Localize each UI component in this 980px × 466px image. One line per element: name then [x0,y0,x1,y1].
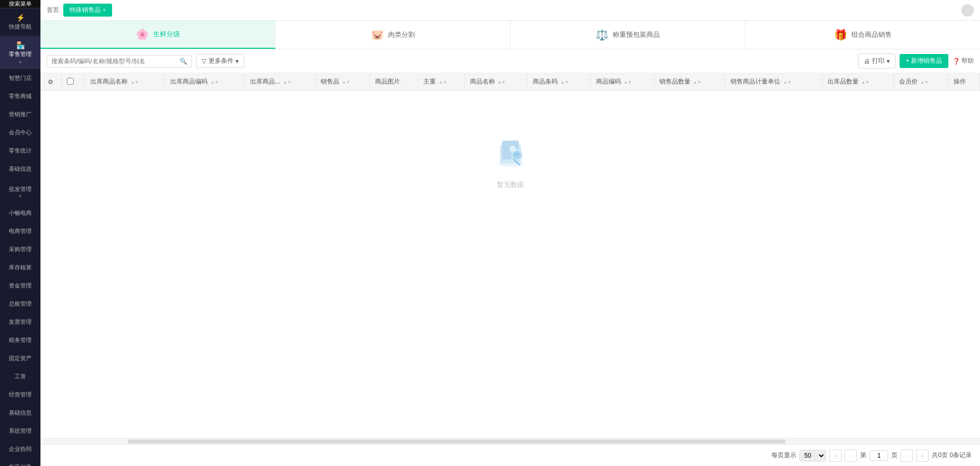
tab-weight-prepack-label: 称重预包装商品 [613,30,660,39]
search-input[interactable] [51,58,177,65]
tab-weight-prepack[interactable]: ⚖️ 称重预包装商品 [510,21,746,49]
sidebar-item-ecom-mgmt[interactable]: 电商管理 [0,222,40,240]
per-page-select[interactable]: 50 10 20 100 [799,450,826,461]
meat-split-icon: 🐷 [371,29,384,41]
sidebar-item-newbie[interactable]: 新手引导 [0,458,40,466]
sidebar-item-retail-mall[interactable]: 零售商城 [0,87,40,105]
tab-fresh-grade-label: 生鲜分级 [153,30,180,39]
sort-arrows: ▲▼ [693,80,701,85]
sidebar-item-quick-nav[interactable]: ⚡ 快捷导航 [0,8,40,36]
col-product-code[interactable]: 商品编码 ▲▼ [590,73,654,91]
retail-mgmt-arrow: ▲ [18,59,22,64]
help-icon: ❓ [953,58,960,65]
svg-point-4 [513,151,521,159]
first-page-button[interactable]: « [829,449,841,462]
topbar-home[interactable]: 首页 [47,6,59,15]
tab-meat-split[interactable]: 🐷 肉类分割 [275,21,510,49]
sidebar-item-purchase-mgmt[interactable]: 采购管理 [0,240,40,258]
page-prefix-label: 第 [860,451,866,460]
search-box[interactable]: 🔍 [47,55,192,67]
sidebar-item-label: 总账管理 [9,300,32,308]
sidebar-item-label: 零售商城 [9,92,32,100]
sidebar-item-label: 经营管理 [9,391,32,399]
topbar: 首页 特殊销售品 × [40,0,980,21]
active-tab-label: 特殊销售品 [70,6,101,15]
col-sales-unit[interactable]: 销售商品计量单位 ▲▼ [725,73,822,91]
per-page-label: 每页显示 [771,451,796,460]
sidebar-item-enterprise[interactable]: 企业协同 [0,440,40,458]
sidebar-item-general-ledger[interactable]: 总账管理 [0,295,40,313]
toolbar: 🔍 ▽ 更多条件 ▾ 🖨 打印 ▾ + 新增销售品 ❓ 帮助 [40,49,980,73]
help-button[interactable]: ❓ 帮助 [953,57,974,65]
user-avatar[interactable] [961,4,974,17]
sidebar-item-label: 工资 [15,373,26,380]
select-all-checkbox[interactable] [67,78,74,85]
col-out-product-name[interactable]: 出库商品名称 ▲▼ [85,73,165,91]
print-button[interactable]: 🖨 打印 ▾ [858,53,895,68]
col-product-barcode[interactable]: 商品条码 ▲▼ [528,73,591,91]
sidebar-item-retail-mgmt[interactable]: 🏪 零售管理 ▲ [0,36,40,69]
sidebar-item-invoice-mgmt[interactable]: 发票管理 [0,313,40,331]
sidebar-logo-text: 搜索菜单 [9,0,32,8]
sidebar-item-wages[interactable]: 工资 [0,367,40,386]
category-tabs: 🌸 生鲜分级 🐷 肉类分割 ⚖️ 称重预包装商品 🎁 组合商品销售 [40,21,980,49]
col-out-product-code[interactable]: 出库商品编码 ▲▼ [165,73,245,91]
col-settings[interactable]: ⚙ [40,73,61,91]
col-out-product-x[interactable]: 出库商品... ▲▼ [245,73,315,91]
sort-arrows: ▲▼ [920,80,929,85]
page-number-input[interactable] [869,450,888,461]
empty-state: 暂无数据 [40,91,980,231]
sidebar-item-wholesale-mgmt[interactable]: 批发管理 ▼ [0,180,40,204]
add-sales-product-button[interactable]: + 新增销售品 [900,54,948,68]
prev-page-button[interactable]: ‹ [845,449,857,462]
tab-fresh-grade[interactable]: 🌸 生鲜分级 [40,21,275,49]
tab-meat-split-label: 肉类分割 [388,30,415,39]
sidebar-item-smart-store[interactable]: 智慧门店 [0,69,40,87]
page-suffix-label: 页 [891,451,898,460]
sidebar-item-basic-info[interactable]: 基础信息 [0,160,40,178]
sidebar-item-mini-ecom[interactable]: 小畅电商 [0,204,40,222]
col-product-name[interactable]: 商品名称 ▲▼ [464,73,528,91]
sidebar-item-label: 营销推广 [9,111,32,118]
sidebar-item-member-center[interactable]: 会员中心 [0,124,40,142]
tab-combo-sales[interactable]: 🎁 组合商品销售 [746,21,980,49]
sidebar-item-inventory[interactable]: 库存核算 [0,258,40,277]
filter-button[interactable]: ▽ 更多条件 ▾ [196,54,244,68]
fresh-grade-icon: 🌸 [136,28,149,40]
empty-illustration [490,132,531,174]
active-tab[interactable]: 特殊销售品 × [63,4,112,17]
topbar-right [961,4,974,17]
col-out-qty[interactable]: 出库品数量 ▲▼ [822,73,893,91]
add-label: + 新增销售品 [906,57,942,65]
sidebar-item-finance[interactable]: 资金管理 [0,277,40,295]
weight-prepack-icon: ⚖️ [596,29,609,41]
next-page-button[interactable]: › [901,449,913,462]
close-tab-button[interactable]: × [103,7,106,13]
sidebar-item-label: 企业协同 [9,445,32,453]
col-sales-qty[interactable]: 销售品数量 ▲▼ [654,73,725,91]
sidebar-logo[interactable]: 搜索菜单 [0,0,40,8]
sidebar-item-tax-mgmt[interactable]: 税务管理 [0,331,40,349]
sidebar-item-fixed-assets[interactable]: 固定资产 [0,349,40,367]
col-checkbox[interactable] [61,73,85,91]
filter-label: 更多条件 [209,57,233,65]
sort-arrows: ▲▼ [624,80,632,85]
search-icon[interactable]: 🔍 [180,58,187,65]
sidebar-item-sys-mgmt[interactable]: 系统管理 [0,422,40,440]
filter-arrow-icon: ▾ [236,58,239,65]
sidebar-item-sales-promo[interactable]: 营销推广 [0,105,40,124]
sidebar-item-label: 快捷导航 [9,23,32,31]
sidebar-item-label: 系统管理 [9,427,32,435]
last-page-button[interactable]: » [916,449,929,462]
col-product-image[interactable]: 商品图片 [370,73,418,91]
col-gross-weight[interactable]: 主重 ▲▼ [418,73,464,91]
sidebar-item-ops-mgmt[interactable]: 经营管理 [0,386,40,404]
horizontal-scrollbar[interactable] [40,438,980,444]
sidebar-item-retail-stats[interactable]: 零售统计 [0,142,40,160]
sort-arrows: ▲▼ [561,80,569,85]
empty-text: 暂无数据 [497,180,524,189]
col-member-price[interactable]: 会员价 ▲▼ [893,73,948,91]
sidebar-item-basic-info2[interactable]: 基础信息 [0,404,40,422]
col-sales-product[interactable]: 销售品 ▲▼ [315,73,369,91]
scrollbar-thumb[interactable] [128,440,785,444]
